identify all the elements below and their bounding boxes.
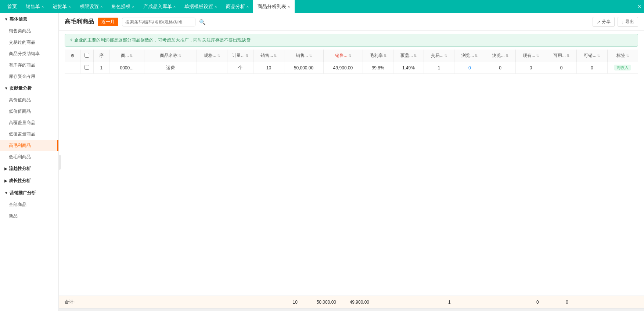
- col-gross-margin[interactable]: 毛利率⇅: [363, 50, 393, 62]
- nav-item-role[interactable]: 角色授权 ×: [107, 0, 138, 13]
- cell-tag: 高收入: [607, 62, 638, 74]
- arrow-trend: ▶: [4, 167, 7, 171]
- col-spec[interactable]: 规格...⇅: [197, 50, 227, 62]
- sidebar-item-high-margin[interactable]: 高毛利商品: [0, 140, 58, 151]
- share-icon: ↗: [597, 19, 600, 25]
- share-button[interactable]: ↗ 分享: [593, 17, 615, 27]
- sidebar-item-low-value[interactable]: 低价值商品: [0, 106, 58, 117]
- sidebar-item-low-coverage[interactable]: 低覆盖量商品: [0, 129, 58, 140]
- share-label: 分享: [602, 19, 611, 25]
- search-input[interactable]: [122, 18, 195, 26]
- footer-current-stock: 0: [523, 300, 552, 305]
- col-name[interactable]: 商品名称⇅: [144, 50, 197, 62]
- arrow-contribution: ▼: [4, 86, 8, 90]
- col-code[interactable]: 商...⇅: [109, 50, 144, 62]
- nav-close-analysis-list[interactable]: ×: [288, 4, 290, 9]
- footer-transaction: 1: [435, 300, 464, 305]
- sidebar-item-new-goods[interactable]: 新品: [0, 210, 58, 222]
- nav-close-analysis[interactable]: ×: [247, 4, 249, 9]
- cell-seq: 1: [93, 62, 109, 74]
- window-close-button[interactable]: ×: [638, 3, 641, 10]
- cell-gross-margin: 99.8%: [363, 62, 393, 74]
- cell-checkbox[interactable]: [80, 62, 94, 74]
- sidebar-item-stock-goods[interactable]: 有库存的商品: [0, 59, 58, 71]
- cell-browse2: 0: [485, 62, 515, 74]
- sidebar-item-low-margin[interactable]: 低毛利商品: [0, 151, 58, 163]
- col-browse2[interactable]: 浏览...⇅: [485, 50, 515, 62]
- page-title: 高毛利商品: [65, 18, 94, 26]
- sidebar-group-trend[interactable]: ▶ 流趋性分析: [0, 163, 58, 175]
- nav-item-sales[interactable]: 销售单 ×: [21, 0, 48, 13]
- nav-close-permissions[interactable]: ×: [100, 4, 102, 9]
- col-transaction[interactable]: 交易...⇅: [424, 50, 454, 62]
- col-current-stock[interactable]: 现有...⇅: [515, 50, 546, 62]
- col-sales-cost[interactable]: 销售...⇅: [323, 50, 363, 62]
- nav-close-sales[interactable]: ×: [42, 4, 44, 9]
- footer-empty-name: [177, 300, 222, 305]
- col-salable-stock[interactable]: 可销...⇅: [577, 50, 607, 62]
- nav-item-permissions[interactable]: 权限设置 ×: [75, 0, 107, 13]
- tag-badge: 高收入: [614, 65, 631, 70]
- main-layout: ▼ 整体信息 销售类商品 交易过的商品 商品分类助销率 有库存的商品 库存资金占…: [0, 13, 644, 311]
- sidebar-collapse-button[interactable]: «: [59, 155, 61, 170]
- col-unit[interactable]: 计量...⇅: [227, 50, 253, 62]
- search-button[interactable]: 🔍: [199, 19, 205, 25]
- nav-item-analysis[interactable]: 商品分析 ×: [222, 0, 253, 13]
- footer-sales-amount: 50,000.00: [310, 300, 343, 305]
- footer-label: 合计:: [65, 299, 75, 305]
- col-browse1[interactable]: 浏览...⇅: [454, 50, 485, 62]
- nav-close-role[interactable]: ×: [132, 4, 134, 9]
- filter-button[interactable]: 近一月: [98, 18, 118, 26]
- sidebar-item-category-rate[interactable]: 商品分类助销率: [0, 48, 58, 59]
- cell-sales-cost: 49,900.00: [323, 62, 363, 74]
- select-all-checkbox[interactable]: [84, 53, 89, 58]
- cell-settings: [65, 62, 80, 74]
- nav-item-home[interactable]: 首页: [3, 0, 21, 13]
- col-sales-amount[interactable]: 销售...⇅: [284, 50, 323, 62]
- nav-label-purchase: 进货单: [53, 3, 67, 10]
- col-checkbox[interactable]: [80, 50, 94, 62]
- col-coverage[interactable]: 覆盖...⇅: [393, 50, 424, 62]
- sidebar-group-marketing[interactable]: ▼ 营销推广分析: [0, 187, 58, 199]
- sidebar-group-growth-label: 成长性分析: [9, 178, 31, 184]
- nav-item-inbound[interactable]: 产成品入库单 ×: [139, 0, 180, 13]
- footer-empty-seq: [119, 300, 148, 305]
- cell-code: 0000...: [109, 62, 144, 74]
- sidebar-item-traded-goods[interactable]: 交易过的商品: [0, 37, 58, 48]
- content-header: 高毛利商品 近一月 🔍 ↗ 分享 ↓ 导出: [59, 13, 644, 31]
- cell-browse1[interactable]: 0: [454, 62, 485, 74]
- cell-current-stock: 0: [515, 62, 546, 74]
- scroll-bar-bottom[interactable]: [59, 308, 644, 311]
- nav-close-template[interactable]: ×: [215, 4, 217, 9]
- sidebar-item-sales-goods[interactable]: 销售类商品: [0, 25, 58, 37]
- search-icon: 🔍: [199, 19, 205, 25]
- sidebar-group-marketing-label: 营销推广分析: [10, 190, 36, 196]
- top-navigation: 首页 销售单 × 进货单 × 权限设置 × 角色授权 × 产成品入库单 × 单据…: [0, 0, 644, 13]
- export-button[interactable]: ↓ 导出: [618, 17, 638, 27]
- arrow-growth: ▶: [4, 179, 7, 183]
- sidebar-item-high-coverage[interactable]: 高覆盖量商品: [0, 117, 58, 129]
- cell-coverage: 1.49%: [393, 62, 424, 74]
- data-table: ⚙ 序 商...⇅ 商品名称⇅ 规格...⇅ 计量...⇅ 销售...⇅ 销售.…: [65, 50, 638, 74]
- browse1-link[interactable]: 0: [468, 65, 471, 70]
- nav-item-analysis-list[interactable]: 商品分析列表 ×: [253, 0, 294, 13]
- sidebar-group-growth[interactable]: ▶ 成长性分析: [0, 175, 58, 187]
- col-settings[interactable]: ⚙: [65, 50, 80, 62]
- row-checkbox[interactable]: [84, 65, 89, 70]
- col-available-stock[interactable]: 可用...⇅: [546, 50, 577, 62]
- sidebar-item-high-value[interactable]: 高价值商品: [0, 94, 58, 106]
- sidebar-item-stock-funds[interactable]: 库存资金占用: [0, 71, 58, 82]
- col-tag[interactable]: 标签⇅: [607, 50, 638, 62]
- nav-item-template[interactable]: 单据模板设置 ×: [180, 0, 221, 13]
- header-actions: ↗ 分享 ↓ 导出: [593, 17, 638, 27]
- cell-sales-amount: 50,000.00: [284, 62, 323, 74]
- table-row: 1 0000... 运费 个 10 50,000.00 49,900.00 99…: [65, 62, 638, 74]
- sidebar-item-all-goods[interactable]: 全部商品: [0, 199, 58, 210]
- sidebar-group-contribution[interactable]: ▼ 贡献量分析: [0, 82, 58, 94]
- sidebar-group-overall[interactable]: ▼ 整体信息: [0, 13, 58, 25]
- nav-item-purchase[interactable]: 进货单 ×: [48, 0, 75, 13]
- nav-close-purchase[interactable]: ×: [68, 4, 71, 9]
- nav-close-inbound[interactable]: ×: [173, 4, 176, 9]
- col-sales-qty[interactable]: 销售...⇅: [253, 50, 284, 62]
- sidebar-group-overall-label: 整体信息: [10, 16, 27, 22]
